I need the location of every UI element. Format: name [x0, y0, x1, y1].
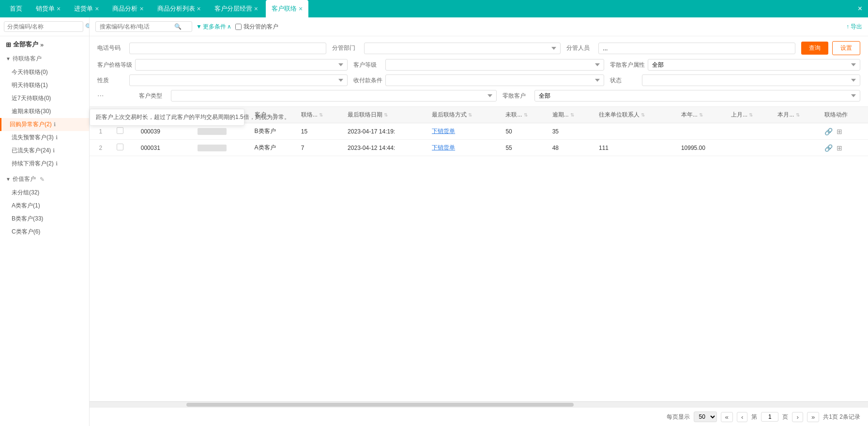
status-select[interactable]: [642, 74, 860, 86]
sidebar-item-tomorrow[interactable]: 明天待联络(1): [0, 79, 89, 92]
col-last-month: 上月... ⇅: [726, 107, 773, 123]
sidebar-item-declining[interactable]: 持续下滑客户(2) ℹ: [0, 157, 89, 170]
edit-icon[interactable]: ✎: [40, 176, 45, 183]
sort-contact-count-icon[interactable]: ⇅: [319, 112, 323, 118]
filter-dots: ···: [97, 91, 133, 100]
close-product-analysis-list-tab[interactable]: ×: [197, 5, 201, 13]
retail-attr-select[interactable]: 全部: [648, 59, 860, 71]
customer-grade-select[interactable]: [385, 59, 604, 71]
close-customer-layered-tab[interactable]: ×: [254, 5, 258, 13]
sidebar-item-lost-warning[interactable]: 流失预警客户(3) ℹ: [0, 131, 89, 144]
value-customer-group[interactable]: ▼ 价值客户 ✎: [0, 172, 89, 186]
sidebar-item-today[interactable]: 今天待联络(0): [0, 66, 89, 79]
dept-select[interactable]: [364, 43, 561, 54]
retail-select[interactable]: 全部: [534, 90, 860, 102]
export-btn[interactable]: ↑ 导出: [846, 23, 862, 31]
phone-label: 电话号码: [97, 44, 126, 52]
sidebar-search-icon[interactable]: 🔍: [85, 23, 90, 30]
nav-home[interactable]: 首页: [4, 0, 28, 17]
search-submit-icon[interactable]: 🔍: [174, 23, 182, 30]
sort-last-method-icon[interactable]: ⇅: [468, 112, 472, 118]
scroll-thumb: [186, 403, 574, 407]
row2-actions: 🔗 ⊞: [820, 140, 868, 156]
row1-contact-person: [594, 123, 676, 140]
price-grade-select[interactable]: [135, 59, 348, 71]
sort-contact-person-icon[interactable]: ⇅: [641, 112, 645, 118]
nature-select[interactable]: [129, 74, 348, 86]
row1-qr-icon[interactable]: ⊞: [837, 128, 842, 135]
close-all-icon[interactable]: ×: [858, 4, 862, 13]
per-page-select[interactable]: 50: [694, 411, 717, 422]
prev-page-btn[interactable]: ‹: [737, 412, 747, 422]
more-filters-dots[interactable]: ···: [97, 91, 104, 100]
nav-customer-layered[interactable]: 客户分层经营 ×: [209, 0, 264, 17]
nav-customer-contact-label: 客户联络: [272, 4, 297, 13]
horizontal-scrollbar[interactable]: [90, 401, 868, 407]
sidebar-item-class-c[interactable]: C类客户(6): [0, 225, 89, 238]
close-customer-contact-tab[interactable]: ×: [299, 5, 303, 13]
pending-contact-label: 待联络客户: [13, 55, 42, 63]
filter-retail-attr: 零散客户属性 全部: [610, 59, 860, 71]
sidebar-search-input[interactable]: [4, 21, 83, 32]
row1-link-icon[interactable]: 🔗: [824, 128, 833, 135]
retail-attr-label: 零散客户属性: [610, 61, 645, 69]
close-purchase-tab[interactable]: ×: [95, 5, 99, 13]
nav-customer-contact[interactable]: 客户联络 ×: [266, 0, 308, 17]
col-contact-person: 往来单位联系人 ⇅: [594, 107, 676, 123]
all-customers-label: 全部客户: [13, 40, 38, 49]
query-button[interactable]: 查询: [801, 42, 828, 55]
close-sales-tab[interactable]: ×: [57, 5, 61, 13]
nav-product-analysis[interactable]: 商品分析 ×: [107, 0, 149, 17]
sort-uncontacted-icon[interactable]: ⇅: [524, 112, 528, 118]
nav-purchase-label: 进货单: [74, 4, 93, 13]
sort-last-date-icon[interactable]: ⇅: [384, 112, 388, 118]
customer-type-select[interactable]: [171, 90, 497, 102]
settings-button[interactable]: 设置: [832, 41, 860, 55]
repurchase-abnormal-label: 回购异常客户(2): [10, 120, 52, 129]
nav-product-analysis-list-label: 商品分析列表: [157, 4, 195, 13]
row1-method-link[interactable]: 下销货单: [432, 128, 455, 134]
nav-sales[interactable]: 销货单 ×: [30, 0, 66, 17]
my-customers-checkbox-wrap: 我分管的客户: [235, 23, 278, 31]
sidebar-item-class-a[interactable]: A类客户(1): [0, 199, 89, 212]
sidebar-item-ungroup[interactable]: 未分组(32): [0, 186, 89, 199]
row2-this-month: [773, 140, 819, 156]
close-product-analysis-tab[interactable]: ×: [139, 5, 143, 13]
sort-this-year-icon[interactable]: ⇅: [699, 112, 703, 118]
repurchase-abnormal-item[interactable]: 回购异常客户(2) ℹ: [0, 118, 89, 131]
row1-select-checkbox[interactable]: [117, 127, 123, 134]
next-page-btn[interactable]: ›: [792, 412, 803, 422]
sidebar-item-overdue[interactable]: 逾期未联络(30): [0, 105, 89, 118]
sort-this-month-icon[interactable]: ⇅: [796, 112, 800, 118]
nav-product-analysis-list[interactable]: 商品分析列表 ×: [152, 0, 207, 17]
more-conditions-btn[interactable]: ▼ 更多条件 ∧: [196, 23, 231, 31]
sort-overdue-icon[interactable]: ⇅: [570, 112, 574, 118]
sidebar-item-lost[interactable]: 已流失客户(24) ℹ: [0, 144, 89, 157]
payment-select[interactable]: [385, 74, 604, 86]
sidebar-item-class-b[interactable]: B类客户(33): [0, 212, 89, 225]
col-uncontacted: 未联... ⇅: [501, 107, 547, 123]
phone-input[interactable]: [129, 43, 326, 54]
row2-method-link[interactable]: 下销货单: [432, 144, 455, 151]
collapse-sidebar-btn[interactable]: »: [40, 41, 44, 48]
my-customers-checkbox[interactable]: [235, 24, 242, 30]
sort-last-month-icon[interactable]: ⇅: [749, 112, 753, 118]
row1-contact-count: 15: [296, 123, 343, 140]
first-page-btn[interactable]: «: [721, 412, 733, 422]
col-overdue: 逾期... ⇅: [548, 107, 594, 123]
row2-link-icon[interactable]: 🔗: [824, 144, 833, 152]
manager-input[interactable]: [598, 43, 795, 54]
nav-purchase[interactable]: 进货单 ×: [68, 0, 105, 17]
col-this-year: 本年... ⇅: [676, 107, 726, 123]
filter-row-2: 客户价格等级 客户等级 零散客户属性 全部: [97, 59, 860, 71]
info-icon-declining: ℹ: [56, 161, 58, 167]
search-input[interactable]: [100, 23, 172, 30]
row1-last-method: 下销货单: [427, 123, 501, 140]
pending-contact-group[interactable]: ▼ 待联络客户: [0, 52, 89, 66]
current-page-input[interactable]: [761, 412, 778, 422]
row2-select-checkbox[interactable]: [117, 144, 123, 150]
row2-qr-icon[interactable]: ⊞: [837, 144, 842, 152]
sidebar-item-7days[interactable]: 近7天待联络(0): [0, 92, 89, 105]
tooltip-text: 距客户上次交易时长，超过了此客户的平均交易周期的1.5倍，则视为异常。: [96, 114, 290, 120]
last-page-btn[interactable]: »: [807, 412, 819, 422]
